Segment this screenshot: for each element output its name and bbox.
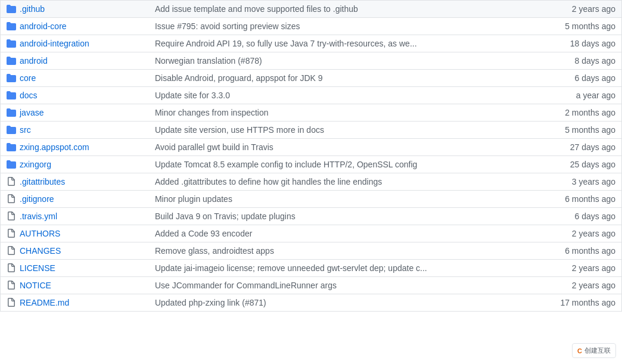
file-link[interactable]: README.md [7,298,143,307]
commit-message-link[interactable]: Require Android API 19, so fully use Jav… [155,39,417,48]
file-name-cell: README.md [1,294,149,312]
table-row: src Update site version, use HTTPS more … [1,122,622,139]
file-icon [7,246,16,256]
table-row: LICENSE Update jai-imageio license; remo… [1,260,622,277]
commit-message-cell: Require Android API 19, so fully use Jav… [149,35,541,52]
file-link[interactable]: android-core [7,21,143,31]
time-cell: 2 years ago [540,277,621,294]
time-cell: 8 days ago [540,52,621,70]
commit-message-link[interactable]: Updated php-zxing link (#871) [155,298,266,307]
time-cell: 3 years ago [540,173,621,191]
file-link[interactable]: src [7,125,143,135]
file-link[interactable]: core [7,73,143,83]
file-link[interactable]: zxing.appspot.com [7,142,143,152]
table-row: zxing.appspot.com Avoid parallel gwt bui… [1,139,622,156]
table-row: docs Update site for 3.3.0 a year ago [1,87,622,104]
file-name-text: src [20,125,31,135]
commit-message-link[interactable]: Issue #795: avoid sorting preview sizes [155,21,300,31]
table-row: AUTHORS Added a Code 93 encoder 2 years … [1,225,622,242]
table-row: README.md Updated php-zxing link (#871) … [1,294,622,312]
commit-message-cell: Issue #795: avoid sorting preview sizes [149,18,541,35]
file-link[interactable]: zxingorg [7,160,143,169]
file-link[interactable]: .travis.yml [7,211,143,221]
table-row: android-integration Require Android API … [1,35,622,52]
time-cell: 5 months ago [540,18,621,35]
time-cell: 17 months ago [540,294,621,312]
time-cell: 2 years ago [540,260,621,277]
file-name-cell: android-core [1,18,149,35]
time-cell: a year ago [540,87,621,104]
file-name-text: NOTICE [20,281,51,290]
file-name-cell: .github [1,1,149,18]
commit-message-cell: Update site version, use HTTPS more in d… [149,122,541,139]
file-icon [7,211,16,221]
commit-message-link[interactable]: Update site version, use HTTPS more in d… [155,125,324,135]
table-row: CHANGES Remove glass, androidtest apps 6… [1,242,622,260]
commit-message-link[interactable]: Minor plugin updates [155,194,232,204]
time-cell: 18 days ago [540,35,621,52]
file-name-text: .github [20,4,45,14]
commit-message-link[interactable]: Add issue template and move supported fi… [155,4,358,14]
table-row: .travis.yml Build Java 9 on Travis; upda… [1,208,622,225]
commit-message-link[interactable]: Build Java 9 on Travis; update plugins [155,211,296,221]
file-name-text: .gitattributes [20,177,65,186]
time-cell: 5 months ago [540,122,621,139]
file-link[interactable]: .github [7,4,143,14]
file-link[interactable]: .gitignore [7,194,143,204]
file-name-text: README.md [20,298,69,307]
commit-message-cell: Minor plugin updates [149,191,541,208]
commit-message-link[interactable]: Update site for 3.3.0 [155,91,230,100]
file-link[interactable]: LICENSE [7,263,143,273]
commit-message-link[interactable]: Disable Android, proguard, appspot for J… [155,73,323,83]
commit-message-link[interactable]: Update jai-imageio license; remove unnee… [155,263,427,273]
time-cell: 25 days ago [540,156,621,173]
commit-message-cell: Update Tomcat 8.5 example config to incl… [149,156,541,173]
commit-message-link[interactable]: Added a Code 93 encoder [155,229,252,238]
commit-message-cell: Added .gitattributes to define how git h… [149,173,541,191]
commit-message-link[interactable]: Use JCommander for CommandLineRunner arg… [155,281,337,290]
file-link[interactable]: NOTICE [7,281,143,290]
file-link[interactable]: android-integration [7,39,143,48]
file-name-cell: javase [1,104,149,122]
folder-icon [7,160,16,169]
file-name-text: core [20,73,36,83]
time-cell: 27 days ago [540,139,621,156]
commit-message-link[interactable]: Added .gitattributes to define how git h… [155,177,382,186]
commit-message-link[interactable]: Update Tomcat 8.5 example config to incl… [155,160,417,169]
time-cell: 6 days ago [540,70,621,87]
folder-icon [7,39,16,48]
file-link[interactable]: android [7,56,143,66]
file-link[interactable]: javase [7,108,143,117]
commit-message-cell: Add issue template and move supported fi… [149,1,541,18]
file-name-text: zxingorg [20,160,51,169]
commit-message-link[interactable]: Avoid parallel gwt build in Travis [155,142,273,152]
folder-icon [7,4,16,14]
file-name-text: android [20,56,48,66]
file-link[interactable]: AUTHORS [7,229,143,238]
file-icon [7,194,16,204]
commit-message-link[interactable]: Remove glass, androidtest apps [155,246,274,256]
file-name-cell: android-integration [1,35,149,52]
file-link[interactable]: .gitattributes [7,177,143,186]
file-name-text: android-integration [20,39,89,48]
folder-icon [7,125,16,135]
commit-message-link[interactable]: Minor changes from inspection [155,108,269,117]
file-name-text: CHANGES [20,246,61,256]
file-name-cell: LICENSE [1,260,149,277]
commit-message-cell: Disable Android, proguard, appspot for J… [149,70,541,87]
time-cell: 2 months ago [540,104,621,122]
file-name-cell: src [1,122,149,139]
table-row: zxingorg Update Tomcat 8.5 example confi… [1,156,622,173]
table-row: core Disable Android, proguard, appspot … [1,70,622,87]
file-name-cell: zxingorg [1,156,149,173]
file-name-text: .gitignore [20,194,54,204]
file-name-text: AUTHORS [20,229,60,238]
file-icon [7,298,16,307]
file-link[interactable]: CHANGES [7,246,143,256]
commit-message-cell: Update jai-imageio license; remove unnee… [149,260,541,277]
table-row: .gitignore Minor plugin updates 6 months… [1,191,622,208]
file-link[interactable]: docs [7,91,143,100]
commit-message-link[interactable]: Norwegian translation (#878) [155,56,262,66]
file-name-text: javase [20,108,43,117]
file-name-cell: android [1,52,149,70]
